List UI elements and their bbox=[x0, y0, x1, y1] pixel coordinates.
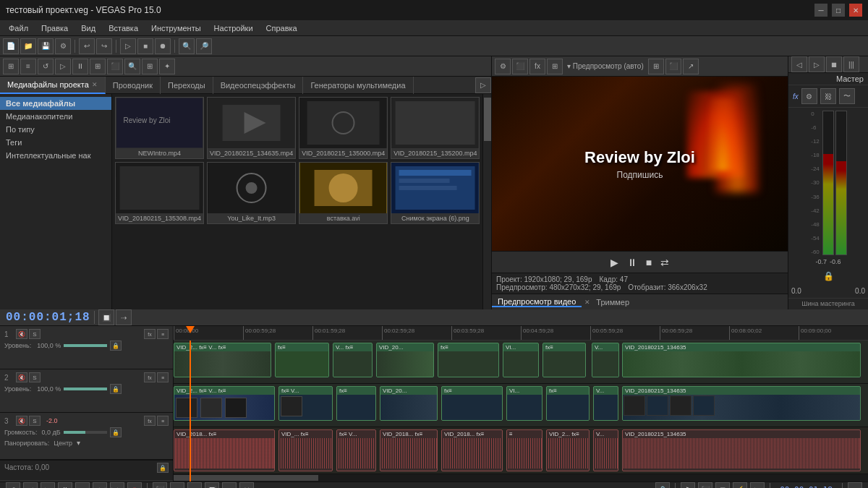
media-thumb-7[interactable]: вставка.avi bbox=[299, 162, 388, 224]
track2-level-slider[interactable] bbox=[64, 388, 107, 390]
media-thumb-2[interactable]: VID_20180215_134635.mp4 bbox=[207, 97, 296, 159]
preview-loop-btn[interactable]: ⇄ bbox=[660, 257, 669, 268]
zoom-out-button[interactable]: 🔎 bbox=[196, 38, 212, 54]
tab-close-icon[interactable]: ✕ bbox=[92, 81, 98, 88]
transport-end[interactable]: ↗ bbox=[848, 482, 862, 488]
transport-delete[interactable]: ✕ bbox=[239, 482, 254, 488]
master-tb1[interactable]: ◁ bbox=[791, 56, 807, 72]
play-button[interactable]: ▷ bbox=[120, 38, 136, 54]
timeline-tracks-area[interactable]: 00:00:00 00:00:59;28 00:01:59;28 00:02:5… bbox=[174, 326, 868, 481]
zoom-in-button[interactable]: 🔍 bbox=[179, 38, 195, 54]
preview-pause-btn[interactable]: ⏸ bbox=[627, 257, 637, 268]
preview-split-btn[interactable]: ⬛ bbox=[512, 59, 528, 74]
media-search-btn[interactable]: 🔍 bbox=[124, 59, 140, 74]
media-thumb-5[interactable]: VID_20180215_135308.mp4 bbox=[115, 162, 204, 224]
clip-v1-3[interactable]: V... fx≡ bbox=[333, 343, 373, 377]
clip-v1-7[interactable]: fx≡ bbox=[542, 343, 586, 377]
tree-item-tags[interactable]: Теги bbox=[0, 136, 111, 149]
tree-item-smart[interactable]: Интеллектуальные нак bbox=[0, 149, 111, 162]
transport-scissors[interactable]: ✂ bbox=[222, 482, 237, 488]
timeline-snap-btn[interactable]: 🔲 bbox=[98, 309, 114, 325]
tree-item-type[interactable]: По типу bbox=[0, 123, 111, 136]
redo-button[interactable]: ↪ bbox=[96, 38, 112, 54]
track1-lock[interactable]: 🔒 bbox=[110, 341, 122, 351]
save-button[interactable]: 💾 bbox=[38, 38, 54, 54]
preview-settings-btn[interactable]: ⚙ bbox=[495, 59, 511, 74]
transport-play[interactable]: ▷ bbox=[41, 482, 55, 488]
preview-zoom-btn[interactable]: ⊞ bbox=[547, 59, 563, 74]
clip-v1-4[interactable]: VID_20... bbox=[376, 343, 434, 377]
transport-lock[interactable]: 🔒 bbox=[655, 482, 670, 488]
media-thumb-4[interactable]: VID_20180215_135200.mp4 bbox=[391, 97, 480, 159]
master-tb2[interactable]: ▷ bbox=[809, 56, 825, 72]
clip-v2-8[interactable]: V... bbox=[593, 386, 618, 421]
tree-item-all[interactable]: Все медиафайлы bbox=[0, 97, 111, 110]
media-tb-btn3[interactable]: ↺ bbox=[38, 59, 54, 74]
freq-btn[interactable]: 🔒 bbox=[157, 463, 169, 473]
track3-fx[interactable]: fx bbox=[144, 416, 156, 426]
clip-v2-2[interactable]: fx≡ V... bbox=[278, 386, 333, 421]
clip-a3-7[interactable]: VID_2... fx≡ bbox=[546, 429, 590, 471]
clip-v2-7[interactable]: fx≡ bbox=[546, 386, 590, 421]
tab-more-button[interactable]: ▷ bbox=[475, 77, 491, 93]
preview-play-btn[interactable]: ▶ bbox=[610, 257, 618, 268]
clip-v1-5[interactable]: fx≡ bbox=[438, 343, 499, 377]
h-scroll-thumb[interactable] bbox=[174, 475, 318, 481]
timeline-auto-scroll-btn[interactable]: ⇢ bbox=[116, 309, 132, 325]
clip-a3-1[interactable]: VID_2018... fx≡ bbox=[174, 429, 275, 471]
track3-vol-slider[interactable] bbox=[64, 431, 107, 434]
trimmer-tab[interactable]: Триммер bbox=[590, 298, 635, 307]
h-scrollbar[interactable] bbox=[174, 474, 868, 481]
clip-v1-2[interactable]: fx≡ bbox=[275, 343, 329, 377]
clip-v2-5[interactable]: fx≡ bbox=[441, 386, 503, 421]
clip-a3-6[interactable]: ≡ bbox=[506, 429, 542, 471]
media-scrollbar[interactable] bbox=[482, 94, 491, 309]
media-tb-btn10[interactable]: ✦ bbox=[159, 59, 175, 74]
preview-snap-btn[interactable]: ⬛ bbox=[665, 59, 681, 74]
media-thumb-3[interactable]: VID_20180215_135000.mp4 bbox=[299, 97, 388, 159]
tab-generators[interactable]: Генераторы мультимедиа bbox=[303, 77, 413, 94]
menu-settings[interactable]: Настройки bbox=[208, 22, 259, 34]
clip-a3-2[interactable]: VID_... fx≡ bbox=[278, 429, 333, 471]
transport-marker[interactable]: ⚑ bbox=[681, 482, 695, 488]
track2-lock[interactable]: 🔒 bbox=[110, 384, 122, 394]
master-fx-chain[interactable]: ⛓ bbox=[820, 88, 836, 104]
transport-sync[interactable]: ⊞ bbox=[715, 482, 730, 488]
clip-a3-4[interactable]: VID_2018... fx≡ bbox=[380, 429, 438, 471]
transport-rec[interactable]: ⏺ bbox=[127, 482, 142, 488]
menu-file[interactable]: Файл bbox=[3, 22, 34, 34]
media-tb-btn7[interactable]: ⬛ bbox=[107, 59, 123, 74]
track1-solo[interactable]: S bbox=[29, 329, 41, 339]
transport-cursor[interactable]: ↕ bbox=[187, 482, 202, 488]
media-tb-btn2[interactable]: ≡ bbox=[20, 59, 36, 74]
track1-motion[interactable]: ≡ bbox=[157, 329, 169, 339]
track3-solo[interactable]: S bbox=[29, 416, 41, 426]
tree-item-drives[interactable]: Медианакопители bbox=[0, 110, 111, 123]
preview-grid-btn[interactable]: ⊞ bbox=[648, 59, 664, 74]
preview-video-tab[interactable]: Предпросмотр видео bbox=[492, 297, 582, 307]
track2-motion[interactable]: ≡ bbox=[157, 372, 169, 382]
record-button[interactable]: ⏺ bbox=[155, 38, 171, 54]
menu-insert[interactable]: Вставка bbox=[103, 22, 144, 34]
clip-a3-8[interactable]: V... bbox=[593, 429, 618, 471]
transport-region[interactable]: ⬛ bbox=[698, 482, 712, 488]
transport-prev[interactable]: ◁ bbox=[23, 482, 38, 488]
master-fx-env[interactable]: 〜 bbox=[839, 88, 855, 104]
preview-fx-btn[interactable]: fx bbox=[529, 59, 545, 74]
maximize-button[interactable]: □ bbox=[832, 4, 845, 17]
media-tb-btn4[interactable]: ▷ bbox=[55, 59, 71, 74]
master-fx-settings[interactable]: ⚙ bbox=[801, 88, 817, 104]
tab-media-files[interactable]: Медиафайлы проекта ✕ bbox=[0, 77, 106, 94]
track1-mute[interactable]: 🔇 bbox=[16, 329, 27, 339]
media-tb-btn9[interactable]: ⊞ bbox=[142, 59, 158, 74]
open-button[interactable]: 📁 bbox=[20, 38, 36, 54]
transport-render[interactable]: ▷ bbox=[750, 482, 765, 488]
clip-v2-6[interactable]: VI... bbox=[506, 386, 542, 421]
track2-mute[interactable]: 🔇 bbox=[16, 372, 27, 382]
clip-v1-8[interactable]: V... bbox=[592, 343, 619, 377]
transport-snap[interactable]: 🔲 bbox=[205, 482, 219, 488]
transport-ff[interactable]: ▷▷ bbox=[110, 482, 124, 488]
transport-pause[interactable]: ⏸ bbox=[58, 482, 72, 488]
transport-loop[interactable]: ⟲ bbox=[6, 482, 20, 488]
undo-button[interactable]: ↩ bbox=[79, 38, 95, 54]
